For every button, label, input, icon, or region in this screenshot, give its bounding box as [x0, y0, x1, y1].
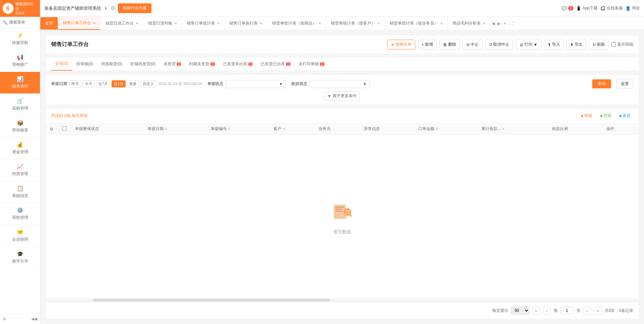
- tab-cash-daily-close[interactable]: ✕: [136, 22, 138, 25]
- sidebar-item-newbie[interactable]: 🎓 新手引导: [0, 247, 40, 269]
- user-menu[interactable]: 👤 用友: [626, 5, 640, 11]
- print-btn[interactable]: 🖨 打印 ▼: [516, 40, 541, 49]
- sidebar-item-operations[interactable]: 📈 经营管理: [0, 159, 40, 181]
- smart-btn[interactable]: ★ 智能生单: [387, 40, 415, 49]
- refresh-btn-label: 刷新: [597, 42, 605, 47]
- cancel-stop-btn[interactable]: ↺ 取消中止: [485, 40, 513, 49]
- tab-sales-stat[interactable]: 销售订单统计表 ✕: [182, 17, 225, 30]
- topbar-dropdown-icon[interactable]: ▼: [104, 6, 108, 11]
- online-service[interactable]: 🎧 在线客服: [600, 5, 623, 11]
- sub-tab-pending-inspect[interactable]: 待拣验货(0): [97, 58, 126, 70]
- date-btn-1month[interactable]: 近1月: [112, 80, 126, 87]
- show-detail-input[interactable]: [611, 42, 616, 47]
- tab-sales-exec[interactable]: 销售订单执行表 ✕: [225, 17, 267, 30]
- col-date[interactable]: 单据日期 ⇅: [143, 123, 207, 135]
- sidebar-item-sales[interactable]: 📊 销售管理: [0, 72, 40, 94]
- tab-cash-daily[interactable]: 钱货日清工作台 ✕: [101, 17, 143, 30]
- sidebar-item-system[interactable]: ⚙️ 系统管理: [0, 203, 40, 225]
- tab-sales-summary2-close[interactable]: ✕: [377, 22, 380, 25]
- sub-tab-shipped-out[interactable]: 已发货已出库 0: [257, 58, 295, 70]
- scrollbar-thumb[interactable]: [93, 299, 330, 301]
- horizontal-scrollbar[interactable]: [46, 298, 639, 302]
- export-btn[interactable]: ⬇ 导出: [566, 40, 586, 49]
- payment-select[interactable]: ▼: [309, 80, 370, 88]
- table-scroll[interactable]: ⚙ 单据整体状态 单据日期 ⇅: [46, 123, 639, 135]
- tab-sales-order-close[interactable]: ✕: [93, 21, 96, 25]
- tab-sales-summary3-close[interactable]: ✕: [440, 22, 443, 25]
- delete-btn[interactable]: 🗑 删除: [439, 40, 460, 49]
- prev-page-btn[interactable]: ‹: [543, 307, 551, 315]
- select-all-checkbox[interactable]: [62, 126, 67, 131]
- col-number[interactable]: 单据编号 ⇅: [207, 123, 270, 135]
- tab-sales-summary2[interactable]: 销货单统计表（按客户） ✕: [326, 17, 385, 30]
- page-size-select[interactable]: 50 10 20 100: [511, 307, 529, 315]
- sidebar-item-finance[interactable]: 💰 资金管理: [0, 137, 40, 159]
- tab-sales-exec-close[interactable]: ✕: [260, 22, 262, 25]
- settings-icon[interactable]: ⚙: [3, 317, 6, 321]
- col-customer[interactable]: 客户 ⇅: [269, 123, 314, 135]
- new-btn[interactable]: + 新增: [418, 40, 437, 49]
- sub-tab-unshipped[interactable]: 未发货 0: [160, 58, 185, 70]
- date-btn-yesterday[interactable]: 昨天: [69, 80, 81, 87]
- date-btn-7days[interactable]: 近7天: [96, 80, 110, 87]
- tab-sales-summary3[interactable]: 销货单统计表（按业务员） ✕: [385, 17, 448, 30]
- industry-btn[interactable]: 体验行业方案: [118, 3, 152, 13]
- tab-home[interactable]: 首页: [40, 17, 58, 30]
- stop-btn[interactable]: ⊘ 中止: [463, 40, 482, 49]
- topbar-settings-icon[interactable]: ⚙: [111, 5, 115, 11]
- date-btn-custom[interactable]: 自定义: [140, 80, 156, 87]
- sidebar-item-enterprise[interactable]: 🤝 企业协同: [0, 225, 40, 247]
- col-ratio[interactable]: 收款比例: [548, 123, 602, 135]
- date-btn-today[interactable]: 今天: [83, 80, 95, 87]
- show-detail-checkbox[interactable]: 显示明细: [611, 42, 633, 47]
- sidebar-item-basic[interactable]: 📋 基础信息: [0, 181, 40, 203]
- sidebar-item-quick-nav[interactable]: ⚡ 快捷导航: [0, 28, 40, 50]
- tab-gross-margin[interactable]: 商品毛利分析表 ✕: [448, 17, 490, 30]
- sub-tab-pending-review[interactable]: 待审核(0): [72, 58, 97, 70]
- expand-btn[interactable]: ▼ 展开更多条件: [325, 91, 360, 100]
- tab-gross-margin-close[interactable]: ✕: [483, 22, 485, 25]
- col-status[interactable]: 单据整体状态: [71, 123, 143, 135]
- date-btn-more[interactable]: 更多: [127, 80, 139, 87]
- query-btn[interactable]: 查询: [592, 79, 611, 88]
- ship-btn[interactable]: 发货: [617, 112, 633, 120]
- sub-tab-shipped-not-out[interactable]: 已发货未出库 0: [219, 58, 257, 70]
- tab-close-all[interactable]: ✕: [502, 21, 508, 26]
- tab-cash-reconcile[interactable]: 钱货日清对账 ✕: [143, 17, 182, 30]
- collapse-icon[interactable]: ◀◀: [31, 317, 37, 321]
- message-center[interactable]: 💬 6: [562, 6, 573, 11]
- tab-sales-stat-close[interactable]: ✕: [217, 22, 220, 25]
- tab-sales-order[interactable]: 销售订单工作台 ✕: [58, 17, 101, 30]
- sub-tab-all[interactable]: 全部(0): [51, 57, 72, 71]
- next-page-btn[interactable]: ›: [583, 307, 591, 315]
- tab-sales-summary1-close[interactable]: ✕: [318, 22, 321, 25]
- col-settings[interactable]: ⚙: [46, 123, 57, 135]
- tab-prev[interactable]: ◀: [490, 21, 496, 26]
- refresh-btn[interactable]: ↻ 刷新: [589, 40, 609, 49]
- col-checkbox[interactable]: [57, 123, 71, 135]
- status-select[interactable]: ▼: [225, 80, 286, 88]
- col-exception[interactable]: 异常信息: [360, 123, 414, 135]
- sub-tab-unprinted[interactable]: 未打印单据 0: [295, 58, 329, 70]
- sidebar-item-marketing[interactable]: 📢 营销推广: [0, 50, 40, 72]
- col-collected[interactable]: 累计收款... ⇅: [477, 123, 548, 135]
- filter-settings-btn[interactable]: 设置: [616, 79, 633, 89]
- col-salesperson[interactable]: 业务员: [314, 123, 360, 135]
- import-btn[interactable]: ⬆ 导入: [544, 40, 564, 49]
- tab-next[interactable]: ▶: [496, 21, 502, 26]
- col-amount[interactable]: 订单金额 ⇅: [414, 123, 477, 135]
- tab-sales-summary1[interactable]: 销货单统计表（按商品） ✕: [267, 17, 326, 30]
- first-page-btn[interactable]: «: [532, 307, 540, 315]
- page-input[interactable]: [560, 307, 574, 314]
- search-menu[interactable]: 🔍 搜索菜单: [0, 17, 40, 28]
- tab-fullscreen[interactable]: ⛶: [508, 21, 515, 26]
- anti-audit-btn[interactable]: 弃审: [598, 112, 614, 120]
- app-download[interactable]: 📱 App下载: [576, 5, 598, 11]
- last-page-btn[interactable]: »: [594, 307, 602, 315]
- sub-tab-overdue[interactable]: 到期未发货 0: [185, 58, 219, 70]
- audit-btn[interactable]: 审核: [578, 112, 595, 120]
- tab-cash-reconcile-close[interactable]: ✕: [174, 22, 177, 25]
- sidebar-item-inventory[interactable]: 📦 库存核算: [0, 116, 40, 137]
- sidebar-item-purchase[interactable]: 🛒 采购管理: [0, 94, 40, 116]
- sub-tab-wangpu[interactable]: 旺铺待发货(0): [126, 58, 160, 70]
